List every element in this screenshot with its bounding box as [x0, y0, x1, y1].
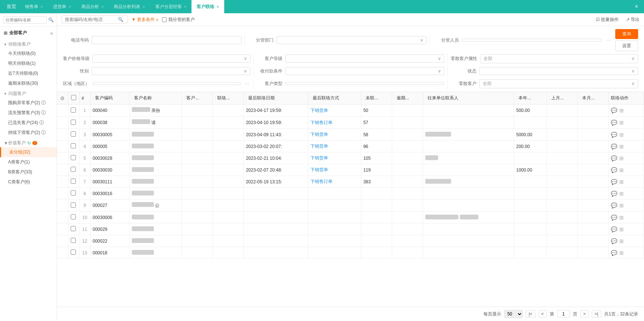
contact-icon[interactable]: 💬 — [611, 144, 617, 149]
checkbox-cell[interactable] — [68, 176, 79, 188]
row-checkbox[interactable] — [71, 238, 76, 243]
gender-select[interactable]: ∨ — [92, 67, 250, 75]
gear-icon[interactable]: ⚙ — [60, 95, 65, 101]
checkbox-cell[interactable] — [68, 152, 79, 164]
checkbox-cell[interactable] — [68, 200, 79, 212]
last-page-btn[interactable]: >| — [592, 310, 601, 318]
more-action-icon[interactable]: ⊞ — [619, 107, 624, 113]
close-customer-contact-tab[interactable]: × — [217, 4, 219, 9]
last-method-link[interactable]: 下销货单 — [310, 155, 328, 160]
more-action-icon[interactable]: ⊞ — [619, 226, 624, 232]
checkbox-cell[interactable] — [68, 212, 79, 223]
next-page-btn[interactable]: > — [580, 310, 589, 318]
bulk-operations-btn[interactable]: ☑ 批量操作 — [596, 17, 619, 23]
contact-icon[interactable]: 💬 — [611, 226, 617, 232]
contact-icon[interactable]: 💬 — [611, 215, 617, 221]
sidebar-item-tomorrow[interactable]: 明天待联络(1) — [0, 59, 57, 68]
checkbox-cell[interactable] — [68, 247, 79, 259]
checkbox-cell[interactable] — [68, 141, 79, 152]
last-date-col-header[interactable]: :最后联络日期 — [243, 92, 308, 105]
zero-attr-select[interactable]: 全部 ∨ — [480, 54, 638, 63]
row-checkbox[interactable] — [71, 167, 76, 172]
contact-icon[interactable]: 💬 — [611, 250, 617, 256]
more-action-icon[interactable]: ⊞ — [619, 250, 624, 256]
checkbox-cell[interactable] — [68, 129, 79, 141]
row-checkbox[interactable] — [71, 107, 76, 113]
window-close-button[interactable]: × — [632, 3, 641, 10]
contact-icon[interactable]: 💬 — [611, 132, 617, 138]
nav-tab-customer-tier[interactable]: 客户分层经客 × — [150, 0, 191, 13]
sidebar-item-7days[interactable]: 近7天待联络(0) — [0, 68, 57, 78]
all-customers-header[interactable]: ⊞ 全部客户 « — [0, 27, 57, 39]
row-checkbox[interactable] — [71, 120, 76, 125]
more-conditions-btn[interactable]: ▼ 更多条件 ∧ — [131, 17, 158, 23]
more-action-icon[interactable]: ⊞ — [619, 238, 624, 244]
row-checkbox[interactable] — [71, 226, 76, 231]
sidebar-item-class-b[interactable]: B类客户(33) — [0, 167, 57, 177]
this-month-col-header[interactable]: :本月... — [577, 92, 608, 105]
row-checkbox[interactable] — [71, 250, 76, 255]
last-method-link[interactable]: 下销售订单 — [310, 120, 332, 125]
unit-contact-col-header[interactable]: :往来单位联系人 — [423, 92, 514, 105]
last-method-cell[interactable]: 下销货单 — [308, 164, 361, 176]
phone-input[interactable] — [92, 36, 242, 44]
last-method-col-header[interactable]: :最后联络方式 — [308, 92, 361, 105]
more-action-icon[interactable]: ⊞ — [619, 191, 624, 197]
name-column-header[interactable]: :客户名称 — [129, 92, 182, 105]
last-method-cell[interactable] — [308, 188, 361, 200]
last-method-cell[interactable] — [308, 212, 361, 223]
sidebar-item-class-a[interactable]: A类客户(1) — [0, 157, 57, 167]
nav-home[interactable]: 首页 — [3, 0, 20, 13]
more-action-icon[interactable]: ⊞ — [619, 167, 624, 173]
category-search-input[interactable] — [3, 16, 47, 24]
reset-button[interactable]: 设置 — [615, 40, 638, 51]
last-method-link[interactable]: 下销货单 — [310, 108, 328, 113]
price-level-select[interactable]: ∨ — [92, 54, 250, 63]
settings-column-header[interactable]: ⚙ — [57, 92, 68, 105]
code-column-header[interactable]: :客户编码 — [90, 92, 129, 105]
row-checkbox[interactable] — [71, 131, 76, 137]
row-checkbox[interactable] — [71, 179, 76, 184]
region-more-btn[interactable]: ··· — [244, 81, 250, 86]
contact-icon[interactable]: 💬 — [611, 120, 617, 126]
my-customers-check[interactable] — [162, 17, 167, 22]
last-method-cell[interactable] — [308, 223, 361, 235]
row-checkbox[interactable] — [71, 190, 76, 195]
contact-icon[interactable]: 💬 — [611, 202, 617, 208]
collapse-icon[interactable]: « — [50, 30, 53, 36]
close-purchase-tab[interactable]: × — [68, 4, 71, 9]
last-method-cell[interactable]: 下销售订单 — [308, 117, 361, 129]
sidebar-item-abnormal[interactable]: 囤购异常客户(2) ⓘ — [0, 98, 57, 108]
page-number-input[interactable] — [557, 310, 570, 318]
more-action-icon[interactable]: ⊞ — [619, 202, 624, 208]
contact-icon[interactable]: 💬 — [611, 155, 617, 161]
last-method-link[interactable]: 下销货单 — [310, 144, 328, 149]
more-action-icon[interactable]: ⊞ — [619, 144, 624, 149]
sidebar-item-overdue[interactable]: 逾期未联络(30) — [0, 78, 57, 88]
customer-level-select[interactable]: ∨ — [285, 54, 444, 63]
last-method-link[interactable]: 下销货单 — [310, 132, 328, 137]
contact-col-header[interactable]: :联络... — [212, 92, 243, 105]
more-action-icon[interactable]: ⊞ — [619, 215, 624, 221]
my-customers-checkbox[interactable]: 我分管的客户 — [162, 17, 195, 23]
problem-customers-group[interactable]: ▼ 问题客户 — [0, 88, 57, 98]
nav-tab-purchase[interactable]: 进货单 × — [48, 0, 76, 13]
prev-page-btn[interactable]: < — [538, 310, 547, 318]
query-button[interactable]: 查询 — [615, 29, 638, 39]
main-search-icon[interactable]: 🔍 — [118, 17, 123, 22]
contact-icon[interactable]: 💬 — [611, 167, 617, 173]
sidebar-item-ungroup[interactable]: 未分组(32) — [0, 147, 57, 157]
contact-icon[interactable]: 💬 — [611, 238, 617, 244]
payment-select[interactable]: ∨ — [285, 67, 444, 75]
export-button[interactable]: ↗ 导出 — [626, 17, 640, 23]
close-analysis-list-tab[interactable]: × — [142, 4, 145, 9]
last-method-cell[interactable]: 下销售订单 — [308, 176, 361, 188]
close-sales-tab[interactable]: × — [41, 4, 43, 9]
sidebar-search-icon[interactable]: 🔍 — [48, 17, 54, 22]
contact-icon[interactable]: 💬 — [611, 191, 617, 197]
main-search-input[interactable] — [65, 17, 116, 22]
close-customer-tier-tab[interactable]: × — [184, 4, 186, 9]
more-action-icon[interactable]: ⊞ — [619, 132, 624, 138]
sidebar-item-today[interactable]: 今天待联络(0) — [0, 49, 57, 59]
unlisted-col-header[interactable]: :未联... — [361, 92, 392, 105]
